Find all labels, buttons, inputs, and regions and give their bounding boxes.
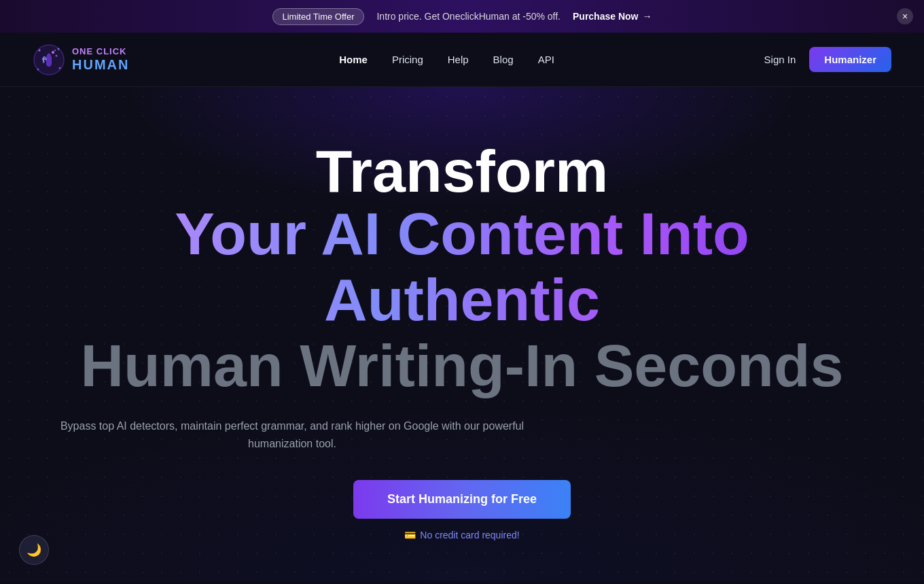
- moon-icon: 🌙: [26, 543, 41, 557]
- humanizer-button[interactable]: Humanizer: [809, 47, 891, 72]
- signin-link[interactable]: Sign In: [764, 54, 796, 65]
- nav-item-home[interactable]: Home: [339, 54, 368, 66]
- svg-point-4: [37, 68, 39, 70]
- svg-point-2: [58, 48, 60, 50]
- promo-banner: Limited Time Offer Intro price. Get Onec…: [0, 0, 924, 33]
- hero-subtitle: Bypass top AI detectors, maintain perfec…: [54, 417, 530, 452]
- main-navbar: ONE CLICK HUMAN Home Pricing Help Blog A…: [0, 33, 924, 87]
- hero-title-line3: Human Writing-In Seconds: [54, 333, 870, 399]
- nav-link-blog[interactable]: Blog: [493, 54, 514, 65]
- hero-section: Transform Your AI Content Into Authentic…: [0, 87, 924, 581]
- nav-item-help[interactable]: Help: [448, 54, 469, 66]
- nav-right: Sign In Humanizer: [764, 47, 891, 72]
- no-credit-card-notice: 💳 No credit card required!: [54, 530, 870, 540]
- nav-link-home[interactable]: Home: [339, 54, 368, 65]
- nav-link-api[interactable]: API: [538, 54, 554, 65]
- dark-mode-toggle[interactable]: 🌙: [19, 535, 49, 565]
- nav-links: Home Pricing Help Blog API: [339, 54, 554, 66]
- svg-point-7: [54, 50, 56, 51]
- svg-point-6: [56, 54, 58, 56]
- banner-text: Intro price. Get OneclickHuman at -50% o…: [376, 11, 561, 22]
- hero-content: Transform Your AI Content Into Authentic…: [54, 141, 870, 540]
- start-humanizing-button[interactable]: Start Humanizing for Free: [353, 480, 571, 519]
- logo-icon: [33, 44, 65, 76]
- nav-item-blog[interactable]: Blog: [493, 54, 514, 66]
- svg-point-3: [59, 67, 61, 69]
- svg-point-1: [39, 49, 41, 51]
- hero-title-line2: Your AI Content Into Authentic: [54, 201, 870, 333]
- credit-card-icon: 💳: [404, 530, 416, 540]
- limited-time-badge: Limited Time Offer: [272, 8, 365, 25]
- nav-item-pricing[interactable]: Pricing: [392, 54, 423, 66]
- no-credit-card-text: No credit card required!: [420, 530, 519, 540]
- nav-item-api[interactable]: API: [538, 54, 554, 66]
- hero-title-line1: Transform: [54, 141, 870, 201]
- svg-point-5: [52, 51, 54, 54]
- nav-link-pricing[interactable]: Pricing: [392, 54, 423, 65]
- purchase-now-button[interactable]: Purchase Now →: [573, 11, 652, 22]
- logo-text: ONE CLICK HUMAN: [72, 47, 129, 71]
- banner-close-button[interactable]: ×: [897, 8, 913, 24]
- logo-link[interactable]: ONE CLICK HUMAN: [33, 44, 129, 76]
- arrow-icon: →: [642, 11, 652, 22]
- nav-link-help[interactable]: Help: [448, 54, 469, 65]
